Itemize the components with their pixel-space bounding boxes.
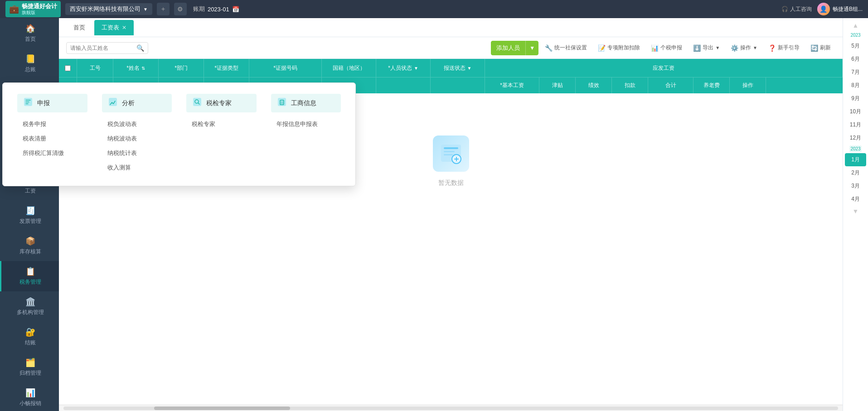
user-area[interactable]: 👤 畅捷通B组... [817, 3, 863, 15]
sidebar-item-home[interactable]: 🏠 首页 [0, 18, 59, 48]
sidebar-item-multi-org[interactable]: 🏛️ 多机构管理 [0, 291, 59, 322]
header-right: 🎧 人工咨询 👤 畅捷通B组... [781, 3, 863, 15]
th-operations: 操作 [730, 77, 766, 93]
sidebar-item-xiao-chang[interactable]: 📊 小畅报销 [0, 382, 59, 411]
tax-return-action[interactable]: 📊 个税申报 [646, 42, 687, 54]
operations-label: 操作 [740, 44, 751, 52]
timeline-month-3[interactable]: 3月 [843, 179, 868, 193]
tax-expert-title: 税检专家 [206, 99, 232, 107]
th-status[interactable]: *人员状态 ▼ [376, 59, 431, 77]
avatar: 👤 [817, 3, 830, 15]
timeline-nav-down[interactable]: ▼ [851, 206, 861, 217]
export-action[interactable]: ⬇️ 导出 ▼ [689, 42, 724, 54]
sidebar-item-label: 首页 [25, 35, 36, 43]
select-all-checkbox[interactable] [65, 65, 71, 71]
analysis-icon [107, 97, 118, 110]
tax-return-icon: 📊 [651, 44, 659, 52]
table-header-row1: 工号 *姓名 ⇅ *部门 *证据类型 *证据号码 国籍（地区） *人员状态 ▼ [59, 59, 843, 77]
timeline-year-header: 2023 [849, 31, 861, 39]
content-area: 首页 工资表 ✕ 🔍 添加人员 ▼ 🔧 [59, 18, 843, 411]
timeline-nav-up[interactable]: ▲ [851, 20, 861, 31]
th-checkbox[interactable] [59, 59, 77, 77]
search-wrapper: 🔍 [66, 42, 148, 54]
annual-report-item[interactable]: 年报信息申报表 [271, 117, 341, 131]
tab-close-icon[interactable]: ✕ [122, 24, 126, 31]
logo-area: 💼 畅捷通好会计 旗舰版 [5, 1, 61, 17]
new-guide-label: 新手引导 [778, 44, 800, 52]
timeline-panel: ▲ 2023 5月 6月 7月 8月 9月 10月 11月 12月 2023 1… [843, 18, 868, 411]
tab-bar: 首页 工资表 ✕ [59, 18, 843, 37]
company-selector[interactable]: 西安虾米网络科技有限公司 ▼ [65, 3, 152, 15]
sidebar-item-close-accounts[interactable]: 🔐 结账 [0, 322, 59, 352]
special-deduct-label: 专项附加扣除 [607, 44, 640, 52]
add-person-dropdown-button[interactable]: ▼ [525, 41, 538, 55]
timeline-current-year-badge: 2023 [849, 145, 861, 152]
tab-label: 工资表 [102, 24, 119, 32]
add-company-button[interactable]: ＋ [157, 3, 170, 15]
timeline-month-11[interactable]: 11月 [843, 118, 868, 131]
company-name: 西安虾米网络科技有限公司 [70, 5, 141, 13]
popup-section-declaration: 申报 税务申报 税表清册 所得税汇算清缴 [10, 90, 95, 179]
operations-dropdown-icon: ▼ [753, 45, 757, 50]
timeline-month-6[interactable]: 6月 [843, 53, 868, 66]
new-guide-action[interactable]: ❓ 新手引导 [764, 42, 804, 54]
empty-icon [433, 135, 469, 172]
tax-declaration-item[interactable]: 税务申报 [17, 117, 87, 131]
th-idnum: *证据号码 [249, 59, 322, 77]
popup-menu: 申报 税务申报 税表清册 所得税汇算清缴 分析 税负波动表 纳税波动表 纳税统计… [2, 82, 356, 186]
sidebar-item-archive[interactable]: 🗂️ 归档管理 [0, 352, 59, 382]
customer-service[interactable]: 🎧 人工咨询 [781, 5, 812, 13]
sidebar-item-tax[interactable]: 📋 税务管理 [0, 261, 59, 291]
popup-section-header-business-info: 工商信息 [271, 94, 341, 112]
th-deduction: 扣款 [612, 77, 648, 93]
special-deduct-action[interactable]: 📝 专项附加扣除 [593, 42, 645, 54]
income-tax-summary-item[interactable]: 所得税汇算清缴 [17, 146, 87, 160]
income-forecast-item[interactable]: 收入测算 [102, 160, 172, 175]
operations-action[interactable]: ⚙️ 操作 ▼ [726, 42, 762, 54]
sidebar-item-ledger[interactable]: 📒 总账 [0, 48, 59, 79]
search-input[interactable] [70, 45, 134, 51]
popup-section-header-analysis: 分析 [102, 94, 172, 112]
tax-expert-item[interactable]: 税检专家 [186, 117, 257, 131]
special-deduct-icon: 📝 [598, 44, 606, 52]
timeline-month-8[interactable]: 8月 [843, 79, 868, 92]
settings-icon-button[interactable]: ⚙ [174, 3, 187, 15]
timeline-month-7[interactable]: 7月 [843, 66, 868, 79]
th-report-status[interactable]: 报送状态 ▼ [431, 59, 485, 77]
timeline-month-1[interactable]: 1月 [845, 153, 866, 166]
th-name[interactable]: *姓名 ⇅ [113, 59, 159, 77]
timeline-month-9[interactable]: 9月 [843, 92, 868, 105]
sidebar-item-label: 工资 [25, 187, 36, 195]
timeline-month-4[interactable]: 4月 [843, 193, 868, 206]
th-idtype: *证据类型 [204, 59, 249, 77]
analysis-title: 分析 [122, 99, 135, 107]
empty-text: 暂无数据 [438, 179, 464, 187]
tab-salary-table[interactable]: 工资表 ✕ [94, 20, 134, 35]
sidebar-item-invoice[interactable]: 🧾 发票管理 [0, 200, 59, 231]
tax-payment-item[interactable]: 纳税波动表 [102, 131, 172, 146]
sidebar-item-label: 库存核算 [19, 248, 41, 256]
app-edition: 旗舰版 [22, 10, 57, 15]
timeline-month-5[interactable]: 5月 [843, 39, 868, 53]
multi-org-icon: 🏛️ [25, 297, 35, 307]
scroll-bar-thumb[interactable] [154, 406, 290, 410]
declaration-icon [23, 97, 34, 110]
timeline-month-2[interactable]: 2月 [843, 166, 868, 179]
calendar-icon[interactable]: 📅 [232, 6, 239, 13]
timeline-month-10[interactable]: 10月 [843, 105, 868, 118]
tax-burden-item[interactable]: 税负波动表 [102, 117, 172, 131]
popup-section-analysis: 分析 税负波动表 纳税波动表 纳税统计表 收入测算 [95, 90, 179, 179]
sidebar-item-label: 多机构管理 [17, 309, 44, 316]
scroll-bar-wrapper [59, 405, 843, 411]
period-label: 账期 [193, 5, 205, 13]
tab-home[interactable]: 首页 [66, 20, 92, 35]
timeline-month-12[interactable]: 12月 [843, 131, 868, 145]
refresh-action[interactable]: 🔄 刷新 [806, 42, 835, 54]
add-person-button[interactable]: 添加人员 [491, 41, 525, 55]
scroll-bar-track[interactable] [63, 406, 838, 410]
social-insurance-action[interactable]: 🔧 统一社保设置 [540, 42, 592, 54]
tax-stats-item[interactable]: 纳税统计表 [102, 146, 172, 160]
business-info-title: 工商信息 [291, 99, 316, 107]
tax-table-clear-item[interactable]: 税表清册 [17, 131, 87, 146]
sidebar-item-inventory[interactable]: 📦 库存核算 [0, 231, 59, 261]
